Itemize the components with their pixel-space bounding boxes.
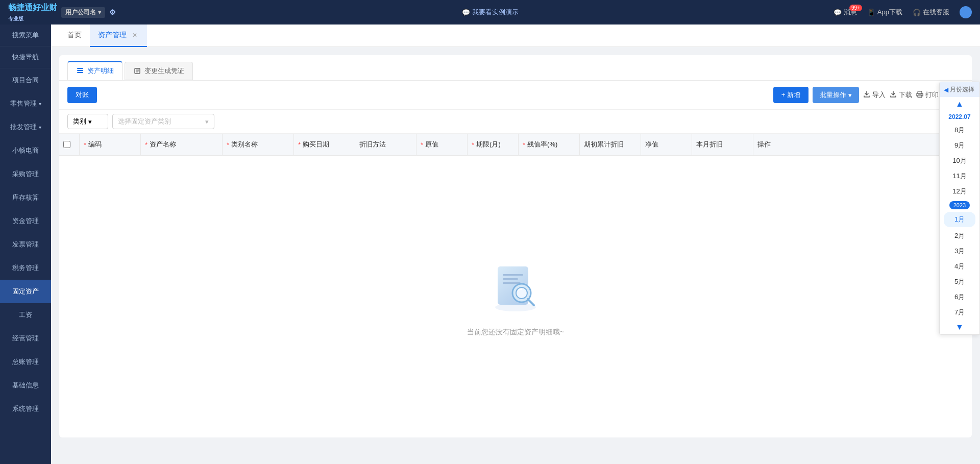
month-panel-title: 月份选择 xyxy=(950,85,974,94)
sidebar-item-tax[interactable]: 税务管理 xyxy=(0,256,51,280)
tab-asset-management[interactable]: 资产管理 ✕ xyxy=(90,25,147,47)
th-operation: 操作 xyxy=(753,134,804,155)
month-item-1[interactable]: 1月 xyxy=(944,212,975,227)
sidebar-item-system[interactable]: 系统管理 xyxy=(0,397,51,421)
sidebar-item-basic-info[interactable]: 基础信息 xyxy=(0,374,51,397)
sub-tab-change-voucher[interactable]: 变更生成凭证 xyxy=(125,62,193,80)
tab-close-icon[interactable]: ✕ xyxy=(131,31,139,39)
sub-tab-asset-detail[interactable]: 资产明细 xyxy=(67,61,122,80)
category-selector[interactable]: 选择固定资产类别 ▾ xyxy=(112,114,214,129)
tax-label: 税务管理 xyxy=(12,264,39,272)
month-nav-up: ▲ xyxy=(940,97,979,111)
settings-icon[interactable]: ⚙ xyxy=(109,8,116,16)
app-download-button[interactable]: 📱 App下载 xyxy=(867,8,902,17)
month-item-12[interactable]: 12月 xyxy=(940,184,979,199)
month-item-5[interactable]: 5月 xyxy=(940,274,979,289)
chevron-down-icon-3: ▾ xyxy=(848,91,852,99)
sidebar-item-fixed-assets[interactable]: 固定资产 xyxy=(0,280,51,303)
dropdown-icon: ▾ xyxy=(98,9,101,16)
import-icon xyxy=(863,91,870,100)
main-layout: 搜索菜单 快捷导航 项目合同 零售管理 ▾ 批发管理 ▾ 小畅电商 采购管理 库… xyxy=(0,25,980,464)
month-panel-collapse-icon[interactable]: ◀ xyxy=(944,86,948,93)
th-depreciation-method: 折旧方法 xyxy=(355,134,416,155)
print-button[interactable]: 打印 xyxy=(916,90,939,100)
invoice-label: 发票管理 xyxy=(12,240,39,248)
sidebar-item-search-menu[interactable]: 搜索菜单 xyxy=(0,25,51,46)
sidebar-item-business[interactable]: 经营管理 xyxy=(0,327,51,350)
tab-home-label: 首页 xyxy=(67,31,82,40)
col-operation-label: 操作 xyxy=(757,140,771,149)
list-icon xyxy=(76,67,84,75)
svg-rect-9 xyxy=(503,274,523,276)
month-nav-up-button[interactable]: ▲ xyxy=(954,99,965,109)
fixed-assets-label: 固定资产 xyxy=(12,287,39,295)
month-6-label: 6月 xyxy=(954,293,965,301)
th-original-value: * 原值 xyxy=(416,134,468,155)
online-service-button[interactable]: 🎧 在线客服 xyxy=(913,8,949,17)
category-label: 类别 xyxy=(73,117,86,126)
month-item-4[interactable]: 4月 xyxy=(940,259,979,274)
toolbar: 对账 + 新增 批量操作 ▾ xyxy=(59,81,972,110)
filter-row: 类别 ▾ 选择固定资产类别 ▾ xyxy=(59,110,972,134)
sidebar-item-project-contract[interactable]: 项目合同 xyxy=(0,68,51,92)
month-7-label: 7月 xyxy=(954,308,965,316)
import-button[interactable]: 导入 xyxy=(863,90,886,100)
tab-home[interactable]: 首页 xyxy=(59,25,90,47)
empty-text: 当前您还没有固定资产明细哦~ xyxy=(467,328,564,337)
ecommerce-label: 小畅电商 xyxy=(12,146,39,154)
sidebar-item-retail[interactable]: 零售管理 ▾ xyxy=(0,92,51,115)
download-button[interactable]: 下载 xyxy=(890,90,912,100)
message-button[interactable]: 💬 消息 99+ xyxy=(834,8,857,17)
print-icon xyxy=(916,91,923,100)
month-item-10[interactable]: 10月 xyxy=(940,153,979,168)
batch-ops-label: 批量操作 xyxy=(820,90,846,100)
sidebar-item-invoice[interactable]: 发票管理 xyxy=(0,233,51,256)
th-checkbox[interactable] xyxy=(59,134,80,155)
sidebar-item-quick-nav[interactable]: 快捷导航 xyxy=(0,46,51,68)
select-all-checkbox[interactable] xyxy=(63,141,70,148)
year-2022-label: 2022.07 xyxy=(940,111,979,123)
sidebar-item-wholesale[interactable]: 批发管理 ▾ xyxy=(0,115,51,139)
content-area: 首页 资产管理 ✕ xyxy=(51,25,980,464)
company-selector[interactable]: 用户公司名 ▾ xyxy=(61,7,105,18)
month-item-9[interactable]: 9月 xyxy=(940,138,979,153)
sidebar-item-inventory[interactable]: 库存核算 xyxy=(0,186,51,209)
demo-link[interactable]: 💬 我要看实例演示 xyxy=(462,8,519,17)
general-ledger-label: 总账管理 xyxy=(12,358,39,365)
user-menu[interactable] xyxy=(960,6,972,18)
month-item-7[interactable]: 7月 xyxy=(940,305,979,320)
col-period-label: 期限(月) xyxy=(476,140,501,149)
sidebar-item-salary[interactable]: 工资 xyxy=(0,303,51,327)
sidebar-item-general-ledger[interactable]: 总账管理 xyxy=(0,350,51,374)
print-label: 打印 xyxy=(925,90,939,100)
col-code-label: 编码 xyxy=(88,140,102,149)
import-label: 导入 xyxy=(872,90,886,100)
month-item-6[interactable]: 6月 xyxy=(940,289,979,305)
col-net-value-label: 净值 xyxy=(645,140,658,149)
business-label: 经营管理 xyxy=(12,334,39,342)
sidebar-item-ecommerce[interactable]: 小畅电商 xyxy=(0,139,51,162)
month-item-3[interactable]: 3月 xyxy=(940,243,979,259)
month-item-8[interactable]: 8月 xyxy=(940,123,979,138)
col-residual-rate-label: 残值率(%) xyxy=(527,140,557,149)
month-nav-down-button[interactable]: ▼ xyxy=(954,322,965,332)
month-item-11[interactable]: 11月 xyxy=(940,168,979,184)
col-original-value-label: 原值 xyxy=(425,140,438,149)
batch-ops-button[interactable]: 批量操作 ▾ xyxy=(813,87,859,103)
selector-arrow-icon: ▾ xyxy=(205,118,209,126)
sidebar-item-finance[interactable]: 资金管理 xyxy=(0,209,51,233)
top-bar-actions: 💬 消息 99+ 📱 App下载 🎧 在线客服 xyxy=(834,6,972,18)
month-nav-down: ▼ xyxy=(940,320,979,334)
month-item-2[interactable]: 2月 xyxy=(940,228,979,243)
online-service-label: 在线客服 xyxy=(923,8,949,17)
th-code: * 编码 xyxy=(80,134,141,155)
salary-label: 工资 xyxy=(19,311,32,319)
month-panel-header: ◀ 月份选择 xyxy=(940,82,979,97)
sidebar-item-purchase[interactable]: 采购管理 xyxy=(0,162,51,186)
search-label: 搜索菜单 xyxy=(12,31,39,39)
download-label: 下载 xyxy=(899,90,912,100)
add-button[interactable]: + 新增 xyxy=(773,87,808,103)
reconcile-button[interactable]: 对账 xyxy=(67,87,97,103)
svg-rect-2 xyxy=(77,72,83,73)
category-filter[interactable]: 类别 ▾ xyxy=(67,114,108,129)
